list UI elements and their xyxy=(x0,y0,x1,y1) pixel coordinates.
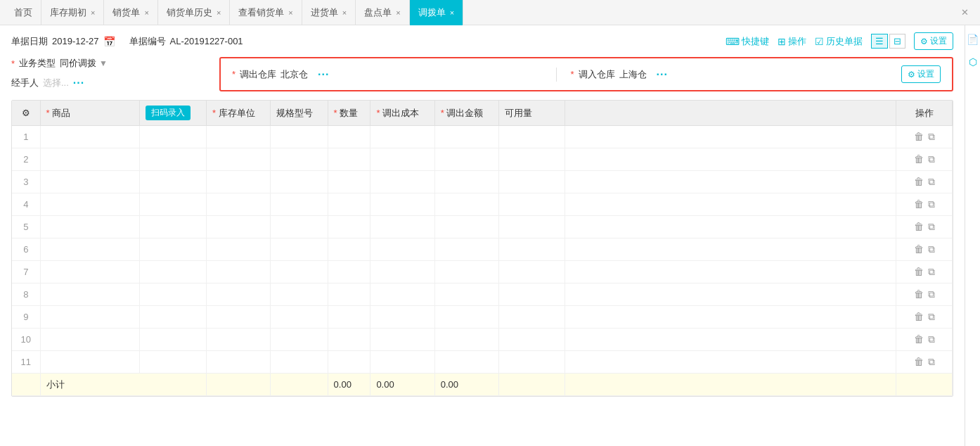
cell-unit[interactable] xyxy=(206,193,270,216)
cell-spec[interactable] xyxy=(271,238,328,261)
layout-list-btn[interactable]: ☰ xyxy=(871,34,888,49)
cell-spec[interactable] xyxy=(271,171,328,193)
delete-icon[interactable]: 🗑 xyxy=(914,266,924,278)
cell-unit[interactable] xyxy=(206,283,270,306)
cell-spec[interactable] xyxy=(271,306,328,329)
col-gear[interactable]: ⚙ xyxy=(12,101,40,126)
cell-amount[interactable] xyxy=(434,351,498,374)
cell-qty[interactable] xyxy=(328,171,370,193)
delete-icon[interactable]: 🗑 xyxy=(914,333,924,345)
cell-unit[interactable] xyxy=(206,171,270,193)
cell-product[interactable] xyxy=(40,261,139,283)
cell-cost[interactable] xyxy=(370,351,434,374)
cell-product[interactable] xyxy=(40,193,139,216)
layout-grid-btn[interactable]: ⊟ xyxy=(889,34,905,49)
cell-spec[interactable] xyxy=(271,261,328,283)
cell-qty[interactable] xyxy=(328,238,370,261)
cell-cost[interactable] xyxy=(370,148,434,171)
cell-product[interactable] xyxy=(40,329,139,351)
cell-unit[interactable] xyxy=(206,329,270,351)
cell-unit[interactable] xyxy=(206,148,270,171)
copy-icon[interactable]: ⧉ xyxy=(928,221,935,233)
tab-transfer-close[interactable]: × xyxy=(450,8,454,17)
tab-view-sales[interactable]: 查看销货单 × xyxy=(230,0,302,25)
delete-icon[interactable]: 🗑 xyxy=(914,153,924,165)
tab-sales-order-close[interactable]: × xyxy=(144,8,148,17)
tab-home[interactable]: 首页 xyxy=(6,0,41,25)
right-panel-export-icon[interactable]: ⬡ xyxy=(969,53,977,70)
cell-product[interactable] xyxy=(40,126,139,148)
cell-qty[interactable] xyxy=(328,306,370,329)
cell-cost[interactable] xyxy=(370,171,434,193)
cell-spec[interactable] xyxy=(271,126,328,148)
cell-product[interactable] xyxy=(40,306,139,329)
cell-product[interactable] xyxy=(40,238,139,261)
tab-purchase-order-close[interactable]: × xyxy=(342,8,347,17)
scan-button[interactable]: 扫码录入 xyxy=(146,106,191,120)
copy-icon[interactable]: ⧉ xyxy=(928,311,935,323)
delete-icon[interactable]: 🗑 xyxy=(914,176,924,188)
cell-amount[interactable] xyxy=(434,329,498,351)
tab-purchase-order[interactable]: 进货单 × xyxy=(302,0,356,25)
cell-cost[interactable] xyxy=(370,216,434,238)
cell-amount[interactable] xyxy=(434,238,498,261)
cell-spec[interactable] xyxy=(271,351,328,374)
copy-icon[interactable]: ⧉ xyxy=(928,176,935,188)
cell-unit[interactable] xyxy=(206,306,270,329)
cell-cost[interactable] xyxy=(370,261,434,283)
delete-icon[interactable]: 🗑 xyxy=(914,311,924,323)
cell-spec[interactable] xyxy=(271,148,328,171)
cell-amount[interactable] xyxy=(434,171,498,193)
cell-unit[interactable] xyxy=(206,126,270,148)
warehouse-settings-btn[interactable]: ⚙ 设置 xyxy=(901,65,941,83)
cell-cost[interactable] xyxy=(370,306,434,329)
delete-icon[interactable]: 🗑 xyxy=(914,356,924,368)
cell-amount[interactable] xyxy=(434,306,498,329)
cell-product[interactable] xyxy=(40,283,139,306)
cell-product[interactable] xyxy=(40,216,139,238)
cell-amount[interactable] xyxy=(434,126,498,148)
warehouse-out-ellipsis[interactable]: ··· xyxy=(318,68,329,81)
cell-spec[interactable] xyxy=(271,329,328,351)
tab-inventory-check-close[interactable]: × xyxy=(396,8,400,17)
business-type-dropdown[interactable]: 同价调拨 ▼ xyxy=(60,57,108,70)
cell-product[interactable] xyxy=(40,171,139,193)
copy-icon[interactable]: ⧉ xyxy=(928,243,935,255)
cell-qty[interactable] xyxy=(328,193,370,216)
cell-unit[interactable] xyxy=(206,351,270,374)
cell-cost[interactable] xyxy=(370,329,434,351)
copy-icon[interactable]: ⧉ xyxy=(928,131,935,143)
cell-cost[interactable] xyxy=(370,193,434,216)
cell-unit[interactable] xyxy=(206,238,270,261)
delete-icon[interactable]: 🗑 xyxy=(914,243,924,255)
settings-button[interactable]: ⚙ 设置 xyxy=(914,32,953,50)
table-scroll-area[interactable]: ⚙ * 商品 扫码录入 * 库存单位 xyxy=(12,101,953,396)
cell-amount[interactable] xyxy=(434,261,498,283)
delete-icon[interactable]: 🗑 xyxy=(914,221,924,233)
tab-inventory-init-close[interactable]: × xyxy=(91,8,95,17)
cell-product[interactable] xyxy=(40,148,139,171)
cell-product[interactable] xyxy=(40,351,139,374)
cell-amount[interactable] xyxy=(434,216,498,238)
cell-qty[interactable] xyxy=(328,329,370,351)
handler-ellipsis[interactable]: ··· xyxy=(73,77,84,89)
tab-view-sales-close[interactable]: × xyxy=(288,8,292,17)
delete-icon[interactable]: 🗑 xyxy=(914,131,924,143)
tab-sales-order[interactable]: 销货单 × xyxy=(104,0,157,25)
cell-qty[interactable] xyxy=(328,148,370,171)
cell-spec[interactable] xyxy=(271,216,328,238)
copy-icon[interactable]: ⧉ xyxy=(928,266,935,278)
tab-transfer[interactable]: 调拨单 × xyxy=(410,0,463,25)
cell-amount[interactable] xyxy=(434,193,498,216)
window-close[interactable]: ✕ xyxy=(961,7,974,18)
delete-icon[interactable]: 🗑 xyxy=(914,198,924,210)
copy-icon[interactable]: ⧉ xyxy=(928,356,935,368)
cell-spec[interactable] xyxy=(271,193,328,216)
cell-cost[interactable] xyxy=(370,126,434,148)
warehouse-in-ellipsis[interactable]: ··· xyxy=(657,68,668,81)
copy-icon[interactable]: ⧉ xyxy=(928,153,935,165)
calendar-icon[interactable]: 📅 xyxy=(103,36,115,47)
delete-icon[interactable]: 🗑 xyxy=(914,288,924,300)
cell-unit[interactable] xyxy=(206,261,270,283)
cell-qty[interactable] xyxy=(328,126,370,148)
